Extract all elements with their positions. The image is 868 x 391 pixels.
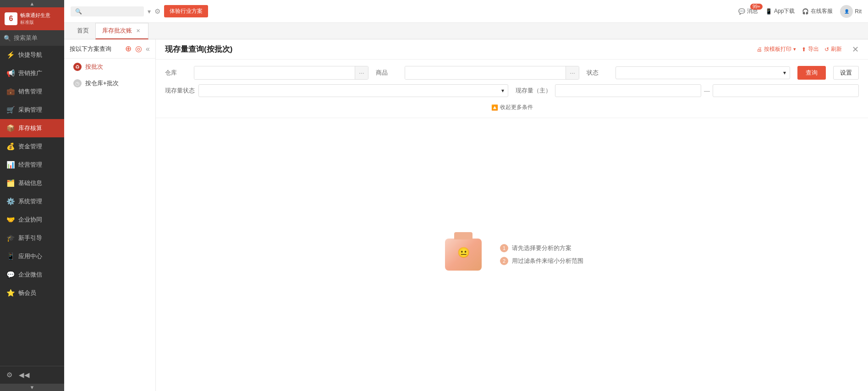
query-button[interactable]: 查询 bbox=[797, 66, 826, 80]
settings-footer-icon[interactable]: ⚙ bbox=[6, 371, 12, 379]
shortcuts-icon: ⚡ bbox=[6, 51, 15, 59]
sidebar-item-purchase[interactable]: 🛒 采购管理 bbox=[0, 101, 64, 119]
sidebar-item-operations[interactable]: 📊 经营管理 bbox=[0, 156, 64, 174]
filter-panel-title: 按以下方案查询 bbox=[70, 45, 111, 53]
sidebar-header: 6 畅康通好生意 标准版 bbox=[0, 7, 64, 30]
inventory-status-arrow: ▾ bbox=[501, 87, 504, 94]
sidebar-nav: ⚡ 快捷导航 📢 营销推广 💼 销售管理 🛒 采购管理 📦 库存核算 💰 资金管… bbox=[0, 46, 64, 366]
tab-home-label: 首页 bbox=[77, 27, 89, 35]
sidebar-item-label: 应用中心 bbox=[18, 252, 42, 261]
sidebar-item-system[interactable]: ⚙️ 系统管理 bbox=[0, 192, 64, 211]
search-form: 仓库 ··· 商品 ··· 状态 bbox=[156, 60, 868, 118]
sidebar-item-member[interactable]: ⭐ 畅会员 bbox=[0, 284, 64, 302]
filter-settings-icon[interactable]: ◎ bbox=[135, 44, 142, 54]
brand-sub: 标准版 bbox=[20, 19, 50, 26]
sidebar-item-apps[interactable]: 📱 应用中心 bbox=[0, 247, 64, 266]
settings-icon[interactable]: ⚙ bbox=[154, 7, 160, 16]
app-download-item[interactable]: 📱 App下载 bbox=[765, 7, 795, 15]
inventory-status-label: 现存量状态 bbox=[165, 87, 195, 95]
tab-inventory-batch-label: 库存批次账 bbox=[102, 27, 132, 35]
wechat-icon: 💬 bbox=[6, 271, 15, 279]
sidebar-scroll-up[interactable]: ▲ bbox=[0, 0, 64, 7]
operations-icon: 📊 bbox=[6, 161, 15, 169]
newuser-icon: 🎓 bbox=[6, 234, 15, 242]
inventory-qty-from[interactable] bbox=[555, 84, 701, 97]
refresh-label: 刷新 bbox=[831, 45, 842, 53]
filter-item-icon-wh-batch: ◷ bbox=[73, 79, 82, 87]
dropdown-icon[interactable]: ▾ bbox=[148, 8, 151, 15]
marketing-icon: 📢 bbox=[6, 69, 15, 77]
user-item[interactable]: 👤 Rit bbox=[840, 5, 862, 18]
filter-item-by-warehouse-batch[interactable]: ◷ 按仓库+批次 bbox=[64, 75, 155, 92]
goods-label: 商品 bbox=[376, 69, 401, 77]
online-service-item[interactable]: 🎧 在线客服 bbox=[802, 7, 833, 15]
sidebar-item-label: 基础信息 bbox=[18, 179, 42, 187]
brand-name: 畅康通好生意 bbox=[20, 12, 50, 19]
sidebar-item-finance[interactable]: 💰 资金管理 bbox=[0, 137, 64, 156]
refresh-action[interactable]: ↺ 刷新 bbox=[824, 45, 842, 53]
sidebar-item-label: 经营管理 bbox=[18, 161, 42, 169]
online-service-label: 在线客服 bbox=[811, 7, 833, 15]
sidebar-item-sales[interactable]: 💼 销售管理 bbox=[0, 82, 64, 101]
messages-badge: 99+ bbox=[750, 4, 763, 10]
filter-panel-header: 按以下方案查询 ⊕ ◎ « bbox=[64, 39, 155, 59]
sidebar-item-shortcuts[interactable]: ⚡ 快捷导航 bbox=[0, 46, 64, 64]
sidebar-item-inventory[interactable]: 📦 库存核算 bbox=[0, 119, 64, 137]
sidebar-item-enterprise[interactable]: 🤝 企业协同 bbox=[0, 211, 64, 229]
sidebar-item-newuser[interactable]: 🎓 新手引导 bbox=[0, 229, 64, 247]
goods-dots-btn[interactable]: ··· bbox=[566, 66, 579, 79]
filter-header-actions: ⊕ ◎ « bbox=[125, 44, 150, 54]
print-icon: 🖨 bbox=[757, 46, 762, 53]
topbar-search[interactable]: 🔍 bbox=[71, 6, 144, 16]
tab-home[interactable]: 首页 bbox=[71, 23, 95, 39]
sidebar-search-label: 搜索菜单 bbox=[14, 34, 38, 42]
tab-close-icon[interactable]: ✕ bbox=[135, 27, 142, 34]
empty-state: 😐 1 请先选择要分析的方案 2 用过滤条件来缩小分析范围 bbox=[156, 118, 868, 391]
sidebar-scroll-down[interactable]: ▼ bbox=[0, 384, 64, 391]
sidebar-item-marketing[interactable]: 📢 营销推广 bbox=[0, 64, 64, 82]
finance-icon: 💰 bbox=[6, 142, 15, 151]
inventory-qty-label: 现存量（主） bbox=[516, 87, 551, 95]
member-icon: ⭐ bbox=[6, 289, 15, 297]
chevron-up-icon: 🔼 bbox=[491, 104, 498, 111]
sidebar-item-label: 企业协同 bbox=[18, 216, 42, 224]
print-label: 按模板打印 bbox=[764, 45, 791, 53]
messages-item[interactable]: 💬 消息 99+ bbox=[738, 7, 758, 15]
inventory-status-select[interactable]: ▾ bbox=[198, 84, 508, 97]
print-dropdown-icon[interactable]: ▾ bbox=[793, 46, 796, 52]
warehouse-label: 仓库 bbox=[165, 69, 190, 77]
settings-button[interactable]: 设置 bbox=[833, 66, 859, 80]
warehouse-input[interactable] bbox=[194, 66, 355, 79]
print-action[interactable]: 🖨 按模板打印 ▾ bbox=[757, 45, 796, 53]
goods-input-wrapper: ··· bbox=[405, 66, 579, 80]
tab-inventory-batch[interactable]: 库存批次账 ✕ bbox=[95, 23, 148, 39]
page-close-icon[interactable]: ✕ bbox=[852, 44, 859, 54]
apps-icon: 📱 bbox=[6, 252, 15, 261]
enterprise-icon: 🤝 bbox=[6, 216, 15, 224]
sales-icon: 💼 bbox=[6, 87, 15, 96]
status-field: 状态 ▾ bbox=[587, 66, 790, 79]
main-area: 🔍 ▾ ⚙ 体验行业方案 💬 消息 99+ 📱 App下载 🎧 在线客服 bbox=[64, 0, 868, 391]
add-filter-icon[interactable]: ⊕ bbox=[125, 44, 132, 54]
goods-input[interactable] bbox=[405, 66, 566, 79]
filter-item-by-batch[interactable]: ♻ 按批次 bbox=[64, 59, 155, 75]
tip-num-1: 1 bbox=[500, 244, 508, 252]
system-icon: ⚙️ bbox=[6, 197, 15, 206]
sidebar-item-label: 新手引导 bbox=[18, 234, 42, 242]
form-row-1: 仓库 ··· 商品 ··· 状态 bbox=[165, 66, 859, 80]
sidebar-search[interactable]: 🔍 搜索菜单 bbox=[0, 30, 64, 46]
status-select[interactable]: ▾ bbox=[615, 66, 790, 79]
empty-box-face: 😐 bbox=[457, 247, 470, 259]
filter-collapse-icon[interactable]: « bbox=[146, 45, 150, 53]
collapse-conditions-row[interactable]: 🔼 收起更多条件 bbox=[165, 102, 859, 113]
export-action[interactable]: ⬆ 导出 bbox=[802, 45, 819, 53]
sidebar-item-wechat[interactable]: 💬 企业微信 bbox=[0, 266, 64, 284]
inventory-qty-to[interactable] bbox=[713, 84, 859, 97]
collapse-icon[interactable]: ◀◀ bbox=[19, 371, 30, 379]
avatar: 👤 bbox=[840, 5, 853, 18]
sidebar-item-label: 系统管理 bbox=[18, 197, 42, 206]
warehouse-dots-btn[interactable]: ··· bbox=[355, 66, 368, 79]
brand-icon: 6 bbox=[5, 12, 17, 25]
sidebar-item-base[interactable]: 🗂️ 基础信息 bbox=[0, 174, 64, 192]
experience-btn[interactable]: 体验行业方案 bbox=[164, 5, 208, 17]
